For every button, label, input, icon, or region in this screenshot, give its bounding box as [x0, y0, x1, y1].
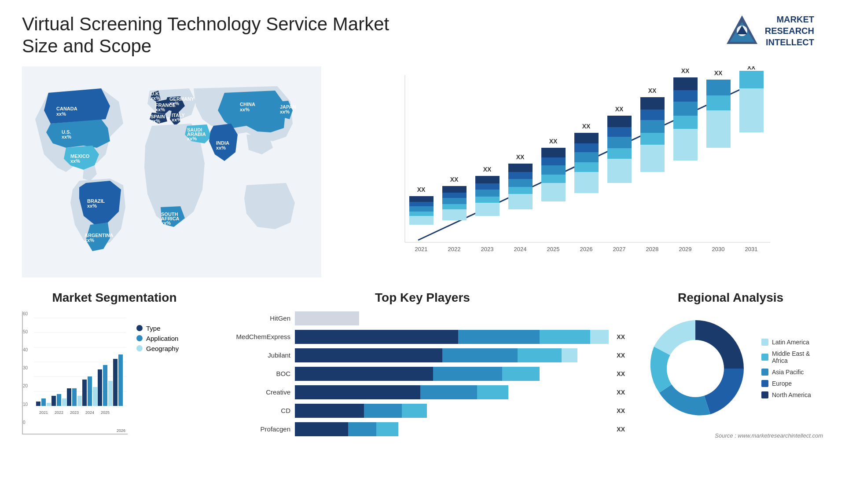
source-text: Source : www.marketresearchintellect.com [638, 432, 823, 439]
donut-container: Latin America Middle East & Africa Asia … [638, 311, 823, 426]
regional-legend-latin: Latin America [761, 339, 823, 346]
svg-rect-126 [62, 398, 66, 406]
svg-text:2031: 2031 [745, 246, 758, 252]
player-row-creative: Creative XX [220, 385, 625, 399]
player-bar-medchem [295, 330, 609, 344]
map-section: CANADA xx% U.S. xx% MEXICO xx% BRAZIL xx… [22, 66, 321, 278]
y-label-10: 10 [23, 402, 28, 407]
donut-chart [638, 311, 753, 426]
svg-rect-63 [508, 187, 533, 194]
svg-text:XX: XX [450, 176, 459, 183]
svg-rect-134 [93, 387, 97, 406]
player-row-medchem: MedChemExpress XX [220, 330, 625, 344]
svg-rect-58 [475, 183, 500, 190]
geography-color [136, 345, 143, 351]
logo-text: MARKET RESEARCH INTELLECT [765, 14, 814, 48]
header: Virtual Screening Technology Service Mar… [22, 13, 823, 58]
svg-rect-59 [475, 176, 500, 183]
segmentation-title: Market Segmentation [22, 291, 207, 305]
player-xx-profacgen: XX [617, 426, 625, 433]
page-title: Virtual Screening Technology Service Mar… [22, 13, 418, 58]
svg-rect-45 [409, 196, 434, 202]
player-xx-jubilant: XX [617, 352, 625, 359]
svg-rect-49 [442, 204, 467, 209]
player-name-profacgen: Profacgen [220, 425, 290, 433]
svg-text:XX: XX [648, 87, 657, 94]
svg-text:XX: XX [549, 138, 558, 145]
player-bar-boc [295, 367, 609, 381]
player-row-hitgen: HitGen [220, 311, 625, 325]
main-content: CANADA xx% U.S. xx% MEXICO xx% BRAZIL xx… [22, 66, 823, 278]
svg-rect-120 [36, 402, 40, 406]
player-bar-creative [295, 385, 609, 399]
svg-point-142 [667, 340, 724, 397]
svg-rect-141 [118, 354, 123, 406]
player-xx-creative: XX [617, 389, 625, 396]
svg-rect-133 [88, 376, 92, 406]
svg-text:CANADA: CANADA [56, 106, 77, 111]
svg-rect-76 [574, 172, 599, 193]
svg-rect-97 [673, 129, 698, 161]
svg-text:xx%: xx% [187, 136, 197, 141]
svg-text:xx%: xx% [155, 107, 165, 112]
svg-text:XX: XX [714, 69, 723, 77]
svg-text:xx%: xx% [151, 95, 160, 101]
segmentation-section: Market Segmentation 0 10 20 30 40 50 60 [22, 291, 207, 502]
svg-rect-137 [103, 365, 107, 406]
regional-legend-na: North America [761, 391, 823, 398]
svg-rect-122 [47, 403, 51, 406]
player-name-medchem: MedChemExpress [220, 333, 290, 340]
svg-rect-52 [442, 186, 467, 193]
growth-chart-svg: XX 2021 XX 2022 XX 2023 [330, 66, 823, 278]
player-xx-medchem: XX [617, 333, 625, 340]
svg-rect-91 [640, 133, 665, 145]
y-label-20: 20 [23, 383, 28, 388]
svg-text:CHINA: CHINA [240, 102, 255, 107]
player-row-jubilant: Jubilant XX [220, 348, 625, 362]
growth-chart-section: XX 2021 XX 2022 XX 2023 [330, 66, 823, 278]
y-label-30: 30 [23, 365, 28, 370]
svg-text:2023: 2023 [481, 246, 494, 252]
svg-rect-43 [409, 206, 434, 212]
svg-rect-64 [508, 179, 533, 187]
svg-rect-121 [41, 398, 46, 406]
svg-text:2022: 2022 [448, 246, 461, 252]
svg-text:XX: XX [615, 106, 624, 113]
regional-legend-asia: Asia Pacific [761, 369, 823, 376]
svg-rect-77 [574, 162, 599, 172]
svg-text:xx%: xx% [151, 118, 160, 124]
svg-rect-136 [98, 369, 102, 406]
legend-type: Type [136, 325, 179, 332]
svg-rect-92 [640, 120, 665, 133]
legend-geography: Geography [136, 345, 179, 352]
svg-text:xx%: xx% [87, 203, 97, 208]
svg-rect-65 [508, 172, 533, 179]
svg-text:xx%: xx% [216, 145, 226, 150]
svg-rect-57 [475, 190, 500, 197]
svg-rect-85 [607, 137, 632, 148]
svg-rect-50 [442, 198, 467, 204]
key-players-title: Top Key Players [220, 291, 625, 305]
player-name-hitgen: HitGen [220, 314, 290, 322]
player-bar-jubilant [295, 348, 609, 362]
regional-legend-mea: Middle East & Africa [761, 350, 823, 364]
type-color [136, 325, 143, 331]
svg-rect-73 [541, 148, 566, 157]
svg-rect-48 [442, 209, 467, 220]
svg-text:xx%: xx% [172, 117, 181, 122]
svg-text:2027: 2027 [613, 246, 626, 252]
svg-rect-110 [739, 71, 764, 88]
regional-section: Regional Analysis [638, 291, 823, 502]
svg-text:2028: 2028 [646, 246, 659, 252]
svg-rect-93 [640, 110, 665, 120]
svg-text:XX: XX [417, 186, 426, 193]
segmentation-legend: Type Application Geography [132, 325, 179, 352]
svg-text:XX: XX [516, 153, 525, 161]
svg-text:xx%: xx% [280, 109, 290, 114]
player-row-profacgen: Profacgen XX [220, 422, 625, 436]
svg-text:xx%: xx% [240, 107, 250, 112]
svg-text:xx%: xx% [84, 237, 94, 243]
svg-text:XX: XX [582, 123, 591, 130]
player-bar-profacgen [295, 422, 609, 436]
svg-text:XX: XX [747, 66, 756, 71]
